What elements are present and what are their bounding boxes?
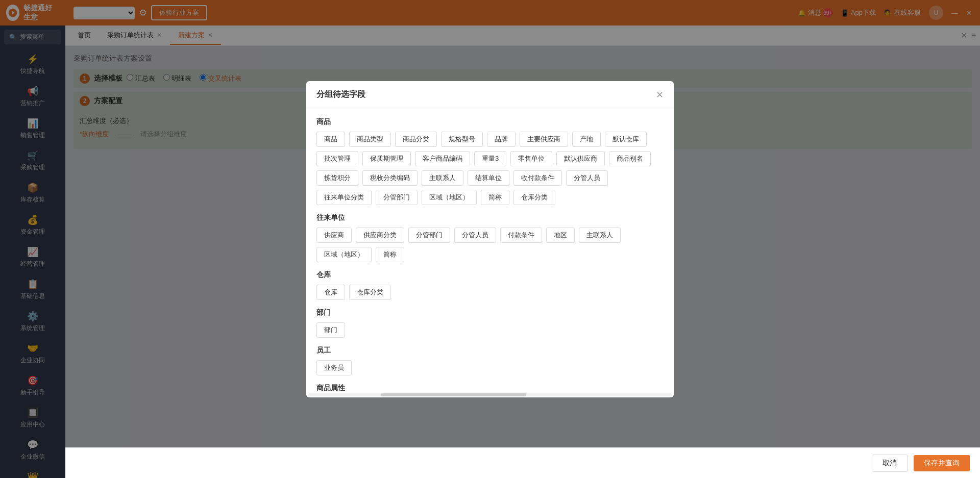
field-section-partner: 往来单位供应商供应商分类分管部门分管人员付款条件地区主联系人区域（地区）简称 — [316, 213, 664, 262]
field-chip[interactable]: 简称 — [481, 190, 509, 205]
field-chip[interactable]: 供应商 — [316, 228, 352, 243]
field-chip[interactable]: 收付款条件 — [513, 170, 562, 186]
field-chips-goods: 商品商品类型商品分类规格型号品牌主要供应商产地默认仓库批次管理保质期管理客户商品… — [316, 132, 664, 205]
field-chip[interactable]: 产地 — [572, 132, 601, 147]
field-chip[interactable]: 付款条件 — [500, 228, 542, 243]
scrollbar-track — [308, 393, 672, 396]
field-chip[interactable]: 税收分类编码 — [362, 170, 418, 186]
field-section-title-staff: 员工 — [316, 346, 664, 355]
field-chip[interactable]: 仓库分类 — [513, 190, 555, 205]
field-chip[interactable]: 区域（地区） — [422, 190, 477, 205]
field-chip[interactable]: 供应商分类 — [356, 228, 404, 243]
modal-body[interactable]: 商品商品商品类型商品分类规格型号品牌主要供应商产地默认仓库批次管理保质期管理客户… — [306, 109, 674, 392]
field-chip[interactable]: 主要供应商 — [520, 132, 568, 147]
field-chip[interactable]: 业务员 — [316, 360, 352, 375]
field-chip[interactable]: 仓库 — [316, 285, 345, 300]
field-chip[interactable]: 商品别名 — [609, 151, 651, 166]
field-chip[interactable]: 分管人员 — [566, 170, 608, 186]
field-section-title-goods: 商品 — [316, 117, 664, 127]
field-chip[interactable]: 商品分类 — [395, 132, 437, 147]
field-section-warehouse: 仓库仓库仓库分类 — [316, 270, 664, 300]
field-chip[interactable]: 分管人员 — [454, 228, 496, 243]
field-chip[interactable]: 部门 — [316, 322, 345, 338]
field-chip[interactable]: 保质期管理 — [362, 151, 411, 166]
field-chip[interactable]: 重量3 — [474, 151, 506, 166]
field-chips-partner: 供应商供应商分类分管部门分管人员付款条件地区主联系人区域（地区）简称 — [316, 228, 664, 262]
field-chip[interactable]: 零售单位 — [510, 151, 552, 166]
field-chip[interactable]: 商品类型 — [349, 132, 391, 147]
field-select-modal: 分组待选字段 ✕ 商品商品商品类型商品分类规格型号品牌主要供应商产地默认仓库批次… — [306, 81, 674, 397]
field-section-department: 部门部门 — [316, 308, 664, 338]
field-chip[interactable]: 品牌 — [487, 132, 516, 147]
cancel-button[interactable]: 取消 — [872, 455, 908, 472]
save-query-button[interactable]: 保存并查询 — [914, 455, 970, 471]
field-chip[interactable]: 主联系人 — [422, 170, 463, 186]
field-chip[interactable]: 结算单位 — [468, 170, 509, 186]
field-chip[interactable]: 区域（地区） — [316, 247, 372, 262]
field-section-title-warehouse: 仓库 — [316, 270, 664, 280]
field-section-title-partner: 往来单位 — [316, 213, 664, 222]
modal-header: 分组待选字段 ✕ — [306, 81, 674, 109]
field-section-staff: 员工业务员 — [316, 346, 664, 375]
field-chip[interactable]: 分管部门 — [376, 190, 418, 205]
field-chip[interactable]: 往来单位分类 — [316, 190, 372, 205]
scrollbar-thumb — [381, 393, 526, 396]
field-chip[interactable]: 仓库分类 — [349, 285, 391, 300]
field-chip[interactable]: 批次管理 — [316, 151, 358, 166]
field-chip[interactable]: 简称 — [376, 247, 404, 262]
bottom-bar: 取消 保存并查询 — [65, 447, 980, 478]
field-section-attrs: 商品属性属性颜色多规格尺码鞋码1 — [316, 384, 664, 392]
field-chip[interactable]: 商品 — [316, 132, 345, 147]
field-chips-department: 部门 — [316, 322, 664, 338]
field-section-title-attrs: 商品属性 — [316, 384, 664, 392]
field-section-goods: 商品商品商品类型商品分类规格型号品牌主要供应商产地默认仓库批次管理保质期管理客户… — [316, 117, 664, 205]
field-chip[interactable]: 分管部门 — [408, 228, 450, 243]
field-chip[interactable]: 客户商品编码 — [415, 151, 470, 166]
field-chip[interactable]: 拣货积分 — [316, 170, 358, 186]
field-chip[interactable]: 地区 — [546, 228, 575, 243]
field-chip[interactable]: 主联系人 — [579, 228, 621, 243]
field-chip[interactable]: 规格型号 — [441, 132, 483, 147]
field-chips-warehouse: 仓库仓库分类 — [316, 285, 664, 300]
field-chip[interactable]: 默认供应商 — [556, 151, 605, 166]
modal-close-button[interactable]: ✕ — [656, 89, 664, 100]
field-chip[interactable]: 默认仓库 — [605, 132, 647, 147]
modal-horizontal-scrollbar[interactable] — [306, 392, 674, 397]
field-section-title-department: 部门 — [316, 308, 664, 317]
modal-title: 分组待选字段 — [316, 89, 365, 100]
field-chips-staff: 业务员 — [316, 360, 664, 375]
